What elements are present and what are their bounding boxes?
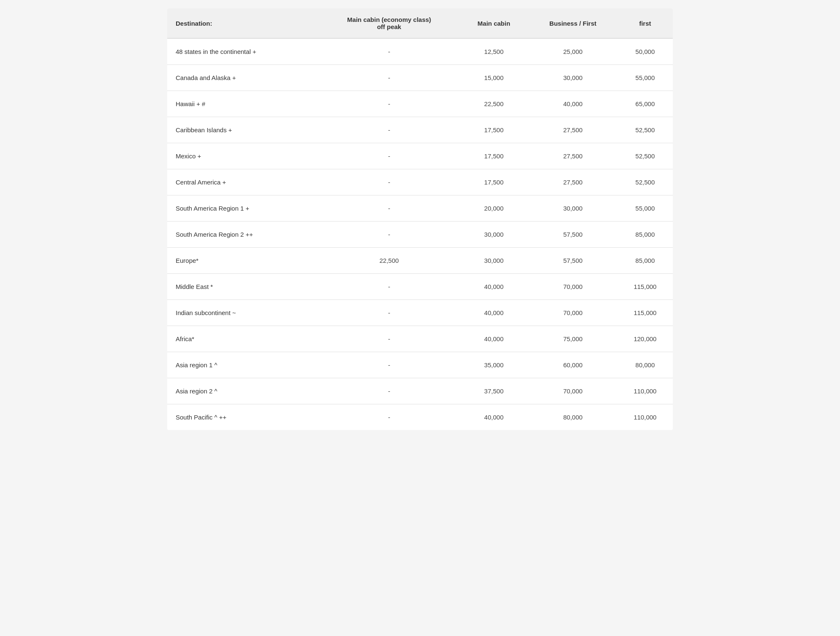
cell-businessFirst-3: 27,500 [528, 117, 617, 143]
cell-destination-11: Africa* [167, 326, 319, 352]
cell-destination-12: Asia region 1 ^ [167, 352, 319, 378]
cell-offPeak-0: - [319, 38, 459, 65]
cell-businessFirst-2: 40,000 [528, 91, 617, 117]
table-row: Hawaii + #-22,50040,00065,000 [167, 91, 673, 117]
award-chart-table: Destination: Main cabin (economy class) … [167, 8, 673, 430]
cell-first-1: 55,000 [618, 65, 673, 91]
cell-destination-6: South America Region 1 + [167, 195, 319, 222]
header-main-cabin-label: Main cabin [478, 20, 511, 27]
cell-offPeak-5: - [319, 169, 459, 195]
table-row: Mexico +-17,50027,50052,500 [167, 143, 673, 169]
table-row: Canada and Alaska +-15,00030,00055,000 [167, 65, 673, 91]
cell-businessFirst-9: 70,000 [528, 274, 617, 300]
cell-first-8: 85,000 [618, 248, 673, 274]
cell-businessFirst-1: 30,000 [528, 65, 617, 91]
cell-destination-2: Hawaii + # [167, 91, 319, 117]
cell-businessFirst-6: 30,000 [528, 195, 617, 222]
table-row: Africa*-40,00075,000120,000 [167, 326, 673, 352]
header-first-label: first [639, 20, 651, 27]
cell-businessFirst-12: 60,000 [528, 352, 617, 378]
cell-businessFirst-5: 27,500 [528, 169, 617, 195]
header-off-peak-label: Main cabin (economy class) [347, 16, 431, 23]
cell-offPeak-6: - [319, 195, 459, 222]
cell-first-13: 110,000 [618, 378, 673, 404]
cell-offPeak-14: - [319, 404, 459, 430]
cell-destination-13: Asia region 2 ^ [167, 378, 319, 404]
table-row: South America Region 2 ++-30,00057,50085… [167, 222, 673, 248]
table-row: Asia region 2 ^-37,50070,000110,000 [167, 378, 673, 404]
cell-mainCabin-13: 37,500 [459, 378, 528, 404]
cell-destination-14: South Pacific ^ ++ [167, 404, 319, 430]
cell-businessFirst-10: 70,000 [528, 300, 617, 326]
cell-destination-7: South America Region 2 ++ [167, 222, 319, 248]
table-header-row: Destination: Main cabin (economy class) … [167, 8, 673, 38]
table-row: Asia region 1 ^-35,00060,00080,000 [167, 352, 673, 378]
cell-first-10: 115,000 [618, 300, 673, 326]
cell-mainCabin-12: 35,000 [459, 352, 528, 378]
table-row: Central America +-17,50027,50052,500 [167, 169, 673, 195]
cell-destination-4: Mexico + [167, 143, 319, 169]
cell-mainCabin-6: 20,000 [459, 195, 528, 222]
cell-first-9: 115,000 [618, 274, 673, 300]
cell-offPeak-4: - [319, 143, 459, 169]
cell-destination-3: Caribbean Islands + [167, 117, 319, 143]
cell-offPeak-2: - [319, 91, 459, 117]
header-main-cabin: Main cabin [459, 8, 528, 38]
cell-mainCabin-14: 40,000 [459, 404, 528, 430]
cell-businessFirst-14: 80,000 [528, 404, 617, 430]
table-row: Europe*22,50030,00057,50085,000 [167, 248, 673, 274]
cell-mainCabin-11: 40,000 [459, 326, 528, 352]
cell-offPeak-9: - [319, 274, 459, 300]
cell-offPeak-13: - [319, 378, 459, 404]
table-row: 48 states in the continental +-12,50025,… [167, 38, 673, 65]
cell-destination-1: Canada and Alaska + [167, 65, 319, 91]
cell-mainCabin-9: 40,000 [459, 274, 528, 300]
cell-mainCabin-8: 30,000 [459, 248, 528, 274]
cell-mainCabin-10: 40,000 [459, 300, 528, 326]
cell-first-11: 120,000 [618, 326, 673, 352]
cell-mainCabin-2: 22,500 [459, 91, 528, 117]
header-business-first: Business / First [528, 8, 617, 38]
header-destination: Destination: [167, 8, 319, 38]
cell-first-0: 50,000 [618, 38, 673, 65]
table-row: Middle East *-40,00070,000115,000 [167, 274, 673, 300]
cell-mainCabin-3: 17,500 [459, 117, 528, 143]
header-destination-label: Destination: [176, 20, 212, 27]
cell-offPeak-12: - [319, 352, 459, 378]
header-first: first [618, 8, 673, 38]
cell-offPeak-3: - [319, 117, 459, 143]
cell-businessFirst-7: 57,500 [528, 222, 617, 248]
cell-first-2: 65,000 [618, 91, 673, 117]
cell-businessFirst-0: 25,000 [528, 38, 617, 65]
cell-mainCabin-0: 12,500 [459, 38, 528, 65]
cell-first-6: 55,000 [618, 195, 673, 222]
header-business-first-label: Business / First [549, 20, 597, 27]
cell-businessFirst-4: 27,500 [528, 143, 617, 169]
cell-offPeak-7: - [319, 222, 459, 248]
cell-offPeak-11: - [319, 326, 459, 352]
cell-destination-10: Indian subcontinent ~ [167, 300, 319, 326]
cell-businessFirst-11: 75,000 [528, 326, 617, 352]
cell-first-5: 52,500 [618, 169, 673, 195]
cell-first-4: 52,500 [618, 143, 673, 169]
table-row: Caribbean Islands +-17,50027,50052,500 [167, 117, 673, 143]
cell-mainCabin-4: 17,500 [459, 143, 528, 169]
cell-offPeak-1: - [319, 65, 459, 91]
cell-mainCabin-7: 30,000 [459, 222, 528, 248]
cell-first-14: 110,000 [618, 404, 673, 430]
cell-destination-0: 48 states in the continental + [167, 38, 319, 65]
header-off-peak: Main cabin (economy class) off peak [319, 8, 459, 38]
cell-offPeak-8: 22,500 [319, 248, 459, 274]
table-row: South Pacific ^ ++-40,00080,000110,000 [167, 404, 673, 430]
cell-mainCabin-1: 15,000 [459, 65, 528, 91]
cell-destination-5: Central America + [167, 169, 319, 195]
cell-destination-9: Middle East * [167, 274, 319, 300]
table-row: South America Region 1 +-20,00030,00055,… [167, 195, 673, 222]
cell-destination-8: Europe* [167, 248, 319, 274]
cell-mainCabin-5: 17,500 [459, 169, 528, 195]
cell-first-7: 85,000 [618, 222, 673, 248]
cell-businessFirst-8: 57,500 [528, 248, 617, 274]
cell-businessFirst-13: 70,000 [528, 378, 617, 404]
table-row: Indian subcontinent ~-40,00070,000115,00… [167, 300, 673, 326]
cell-first-3: 52,500 [618, 117, 673, 143]
